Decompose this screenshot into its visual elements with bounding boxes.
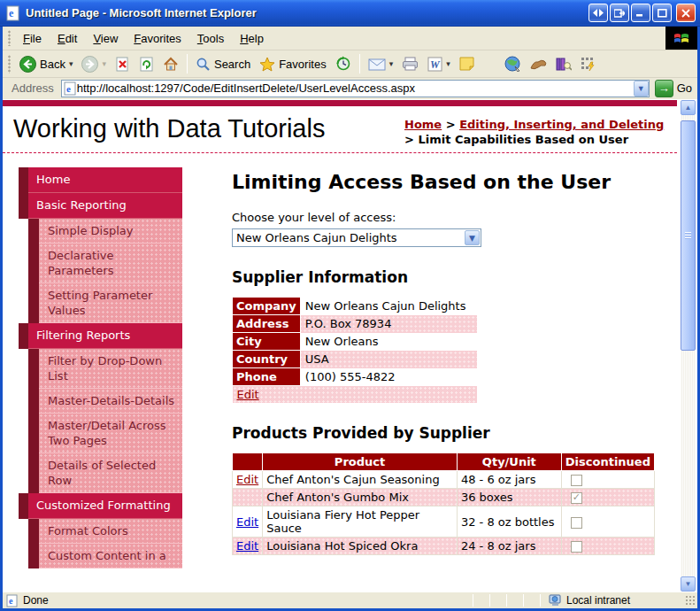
refresh-button[interactable]	[135, 54, 158, 74]
breadcrumb-separator: >	[446, 118, 456, 131]
discontinued-checkbox[interactable]	[571, 541, 582, 553]
zone-label: Local intranet	[566, 594, 630, 607]
table-row: Chef Anton's Gumbo Mix 36 boxes	[233, 489, 655, 507]
discuss-note-icon	[459, 57, 474, 71]
nav-level2-marker	[28, 453, 39, 493]
scrollbar-thumb[interactable]	[681, 120, 696, 351]
nav-level2-marker	[28, 544, 39, 568]
product-edit-link[interactable]: Edit	[236, 539, 258, 553]
close-button[interactable]	[676, 4, 696, 22]
stop-button[interactable]	[111, 54, 135, 74]
edit-dropdown-caret[interactable]: ▾	[446, 59, 450, 68]
discuss-button[interactable]	[455, 54, 479, 73]
forward-button[interactable]: ▾	[77, 53, 111, 75]
sidebar-item-master-details-details[interactable]: Master-Details-Details	[28, 389, 182, 414]
home-button[interactable]	[158, 54, 183, 74]
product-edit-link[interactable]: Edit	[236, 473, 258, 486]
sidebar-item-custom-content[interactable]: Custom Content in a	[28, 544, 182, 568]
back-button[interactable]: Back ▾	[15, 53, 77, 75]
product-edit-link[interactable]: Edit	[236, 515, 258, 529]
go-button[interactable]: →	[655, 80, 673, 97]
sidebar-item-master-detail-two-pages[interactable]: Master/Detail Across Two Pages	[28, 414, 182, 453]
address-input[interactable]	[77, 81, 634, 96]
combo-dropdown-button[interactable]: ▼	[465, 230, 480, 245]
supplier-edit-link[interactable]: Edit	[237, 388, 259, 401]
table-row: Edit Chef Anton's Cajun Seasoning 48 - 6…	[233, 471, 655, 489]
sidebar-item-basic-reporting[interactable]: Basic Reporting	[19, 193, 182, 219]
breadcrumb-section-link[interactable]: Editing, Inserting, and Deleting	[459, 118, 664, 131]
table-row: Edit Louisiana Fiery Hot Pepper Sauce 32…	[233, 507, 655, 538]
research-button[interactable]	[526, 55, 551, 73]
home-icon	[163, 57, 179, 72]
sidebar-item-simple-display[interactable]: Simple Display	[28, 219, 182, 244]
breadcrumb-home-link[interactable]: Home	[404, 118, 442, 131]
go-label: Go	[677, 81, 692, 95]
favorites-button[interactable]: Favorites	[255, 54, 330, 74]
minimize-button[interactable]	[631, 4, 650, 22]
research-icon	[530, 58, 547, 71]
address-dropdown-button[interactable]: ▼	[634, 81, 649, 97]
search-button[interactable]: Search	[191, 54, 255, 74]
forward-dropdown-caret[interactable]: ▾	[102, 59, 106, 68]
detach-window-button[interactable]	[610, 4, 629, 22]
vertical-scrollbar[interactable]: ▲ ▼	[681, 100, 696, 592]
menu-edit[interactable]: Edit	[50, 29, 85, 48]
menu-help[interactable]: Help	[232, 29, 272, 48]
discontinued-checkbox[interactable]	[571, 492, 582, 504]
table-row: Address P.O. Box 78934	[233, 315, 478, 333]
print-button[interactable]	[397, 54, 423, 73]
sidebar-item-filtering-reports[interactable]: Filtering Reports	[19, 323, 182, 349]
resize-grip[interactable]	[685, 595, 696, 606]
messenger-button[interactable]	[576, 54, 600, 74]
nav-level2-marker	[28, 244, 39, 283]
sidebar-item-details-of-selected-row[interactable]: Details of Selected Row	[28, 453, 182, 493]
site-title: Working with Data Tutorials	[13, 114, 325, 147]
status-text: Done	[23, 594, 49, 607]
address-field[interactable]: e ▼	[61, 80, 650, 97]
mail-button[interactable]: ▾	[364, 55, 398, 73]
svg-text:e: e	[9, 596, 13, 606]
history-button[interactable]	[331, 53, 356, 74]
access-level-select[interactable]: New Orleans Cajun Delights ▼	[232, 228, 481, 247]
edit-with-word-button[interactable]: W ▾	[423, 54, 455, 74]
table-row: Country USA	[233, 351, 478, 368]
sidebar-item-format-colors[interactable]: Format Colors	[28, 519, 182, 544]
scroll-up-button[interactable]: ▲	[681, 100, 696, 115]
globe-icon	[504, 56, 521, 73]
table-row: Phone (100) 555-4822	[233, 368, 478, 386]
nav-level2-marker	[28, 349, 39, 389]
main-content: Limiting Access Based on the User Choose…	[232, 167, 655, 568]
menu-favorites[interactable]: Favorites	[126, 29, 188, 48]
page-viewport: Working with Data Tutorials Home > Editi…	[3, 100, 697, 592]
menu-view[interactable]: View	[85, 29, 126, 48]
maximize-button[interactable]	[652, 4, 672, 22]
nav-level2-marker	[28, 519, 39, 544]
msn-button[interactable]	[500, 53, 526, 75]
library-button[interactable]	[551, 54, 576, 74]
menu-file[interactable]: File	[15, 29, 50, 48]
products-table: Product Qty/Unit Discontinued Edit Chef …	[232, 452, 655, 555]
back-dropdown-caret[interactable]: ▾	[69, 59, 73, 68]
menu-bar: File Edit View Favorites Tools Help	[3, 27, 697, 50]
sidebar-item-setting-parameter-values[interactable]: Setting Parameter Values	[28, 283, 182, 323]
mail-dropdown-caret[interactable]: ▾	[389, 59, 394, 68]
menu-tools[interactable]: Tools	[189, 29, 232, 48]
nav-level2-marker	[28, 389, 39, 414]
status-page-icon: e	[6, 594, 19, 607]
products-header-row: Product Qty/Unit Discontinued	[233, 453, 655, 471]
toolbar-grip[interactable]	[8, 55, 11, 73]
sidebar-item-home[interactable]: Home	[19, 167, 182, 193]
pan-left-right-button[interactable]	[588, 4, 608, 22]
svg-text:e: e	[9, 7, 14, 19]
svg-text:e: e	[66, 83, 71, 94]
sidebar-item-declarative-parameters[interactable]: Declarative Parameters	[28, 244, 182, 283]
ie-app-icon: e	[5, 5, 21, 21]
search-icon	[196, 57, 211, 72]
sidebar-item-filter-by-dropdown-list[interactable]: Filter by Drop-Down List	[28, 349, 182, 389]
discontinued-checkbox[interactable]	[571, 475, 582, 486]
stop-icon	[115, 57, 130, 72]
sidebar-item-customized-formatting[interactable]: Customized Formatting	[19, 493, 182, 519]
discontinued-checkbox[interactable]	[571, 517, 582, 529]
scroll-down-button[interactable]: ▼	[681, 576, 696, 592]
menubar-grip[interactable]	[8, 30, 11, 46]
